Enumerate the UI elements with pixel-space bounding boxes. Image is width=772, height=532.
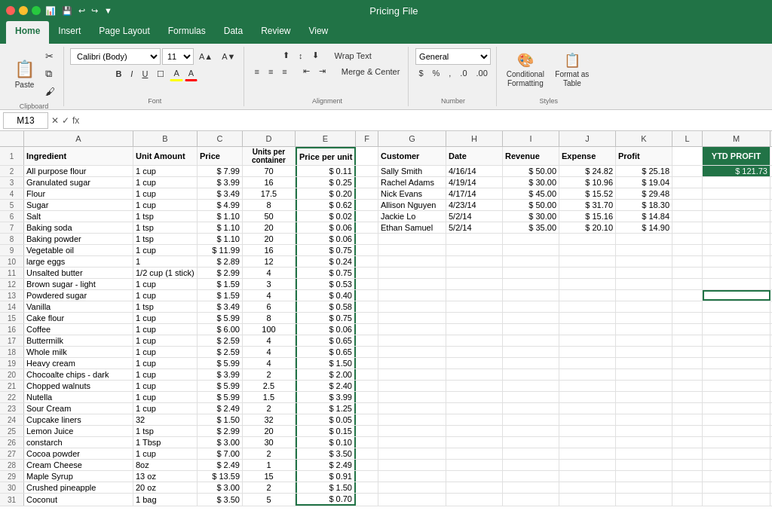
copy-button[interactable]: ⧉	[41, 66, 59, 82]
cell-e17[interactable]: $ 0.65	[296, 335, 356, 346]
cell-k1[interactable]: Profit	[616, 147, 672, 165]
cell-l16[interactable]	[672, 324, 703, 335]
cell-e2[interactable]: $ 0.11	[296, 166, 356, 176]
cell-j8[interactable]	[559, 234, 616, 244]
col-header-k[interactable]: K	[616, 131, 672, 146]
cell-l18[interactable]	[672, 347, 703, 357]
cell-d6[interactable]: 50	[243, 211, 296, 222]
cell-f10[interactable]	[356, 256, 378, 267]
cell-g27[interactable]	[378, 448, 446, 459]
cell-l14[interactable]	[672, 301, 703, 312]
decimal-increase-button[interactable]: .0	[456, 66, 470, 80]
cell-a19[interactable]: Heavy cream	[24, 358, 133, 368]
cell-b8[interactable]: 1 tsp	[133, 234, 198, 244]
cell-b1[interactable]: Unit Amount	[133, 147, 198, 165]
cell-k28[interactable]	[616, 460, 672, 470]
cut-button[interactable]: ✂	[41, 48, 59, 64]
font-size-select[interactable]: 11	[162, 48, 194, 65]
cell-c18[interactable]: $ 2.59	[198, 347, 243, 357]
cell-g13[interactable]	[378, 290, 446, 301]
cell-i17[interactable]	[503, 335, 559, 346]
cell-b26[interactable]: 1 Tbsp	[133, 437, 198, 448]
cell-m28[interactable]	[703, 460, 770, 470]
cell-m21[interactable]	[703, 381, 770, 391]
cell-g12[interactable]	[378, 279, 446, 289]
cell-h9[interactable]	[446, 245, 503, 255]
cell-g5[interactable]: Allison Nguyen	[378, 200, 446, 210]
cell-a4[interactable]: Flour	[24, 188, 133, 199]
cell-e24[interactable]: $ 0.05	[296, 414, 356, 425]
border-button[interactable]: ☐	[153, 67, 168, 81]
cell-c27[interactable]: $ 7.00	[198, 448, 243, 459]
cell-g4[interactable]: Nick Evans	[378, 188, 446, 199]
cell-f4[interactable]	[356, 188, 378, 199]
cell-b10[interactable]: 1	[133, 256, 198, 267]
cell-f22[interactable]	[356, 392, 378, 402]
cell-g20[interactable]	[378, 369, 446, 380]
cell-a17[interactable]: Buttermilk	[24, 335, 133, 346]
cell-c11[interactable]: $ 2.99	[198, 268, 243, 278]
cell-f6[interactable]	[356, 211, 378, 222]
cell-g14[interactable]	[378, 301, 446, 312]
cell-l11[interactable]	[672, 268, 703, 278]
cell-m2[interactable]: $ 121.73	[703, 166, 770, 176]
col-header-i[interactable]: I	[503, 131, 559, 146]
cell-l9[interactable]	[672, 245, 703, 255]
cell-d16[interactable]: 100	[243, 324, 296, 335]
cell-g17[interactable]	[378, 335, 446, 346]
cell-j10[interactable]	[559, 256, 616, 267]
cell-j1[interactable]: Expense	[559, 147, 616, 165]
indent-increase-button[interactable]: ⇥	[315, 64, 329, 78]
cell-e10[interactable]: $ 0.24	[296, 256, 356, 267]
cell-l1[interactable]	[672, 147, 703, 165]
cell-j12[interactable]	[559, 279, 616, 289]
col-header-g[interactable]: G	[378, 131, 446, 146]
cell-m26[interactable]	[703, 437, 770, 448]
cell-a11[interactable]: Unsalted butter	[24, 268, 133, 278]
cell-j9[interactable]	[559, 245, 616, 255]
cell-i3[interactable]: $ 30.00	[503, 177, 559, 188]
cell-j11[interactable]	[559, 268, 616, 278]
cell-i30[interactable]	[503, 482, 559, 493]
format-as-table-button[interactable]: 📋 Format as Table	[550, 48, 595, 92]
cell-m23[interactable]	[703, 403, 770, 414]
undo-icon[interactable]: ↩	[78, 6, 85, 16]
cell-f21[interactable]	[356, 381, 378, 391]
cell-b6[interactable]: 1 tsp	[133, 211, 198, 222]
cell-k19[interactable]	[616, 358, 672, 368]
cell-i15[interactable]	[503, 313, 559, 323]
cell-a27[interactable]: Cocoa powder	[24, 448, 133, 459]
cell-h28[interactable]	[446, 460, 503, 470]
cell-g22[interactable]	[378, 392, 446, 402]
cell-i11[interactable]	[503, 268, 559, 278]
cell-c29[interactable]: $ 13.59	[198, 471, 243, 482]
cell-j17[interactable]	[559, 335, 616, 346]
cell-e16[interactable]: $ 0.06	[296, 324, 356, 335]
cell-f11[interactable]	[356, 268, 378, 278]
cell-d17[interactable]: 4	[243, 335, 296, 346]
cell-a15[interactable]: Cake flour	[24, 313, 133, 323]
cell-c19[interactable]: $ 5.99	[198, 358, 243, 368]
cell-h30[interactable]	[446, 482, 503, 493]
cell-i28[interactable]	[503, 460, 559, 470]
cell-j21[interactable]	[559, 381, 616, 391]
cell-c30[interactable]: $ 3.00	[198, 482, 243, 493]
cell-e15[interactable]: $ 0.75	[296, 313, 356, 323]
cell-b9[interactable]: 1 cup	[133, 245, 198, 255]
cell-a23[interactable]: Sour Cream	[24, 403, 133, 414]
cell-l26[interactable]	[672, 437, 703, 448]
cell-k11[interactable]	[616, 268, 672, 278]
cell-f7[interactable]	[356, 222, 378, 233]
decimal-decrease-button[interactable]: .00	[473, 66, 492, 80]
cell-c4[interactable]: $ 3.49	[198, 188, 243, 199]
cell-j30[interactable]	[559, 482, 616, 493]
confirm-icon[interactable]: ✓	[62, 115, 69, 126]
cell-m13[interactable]	[703, 290, 770, 301]
cell-h3[interactable]: 4/19/14	[446, 177, 503, 188]
cell-k8[interactable]	[616, 234, 672, 244]
cell-k3[interactable]: $ 19.04	[616, 177, 672, 188]
cell-g7[interactable]: Ethan Samuel	[378, 222, 446, 233]
cell-m30[interactable]	[703, 482, 770, 493]
cell-h10[interactable]	[446, 256, 503, 267]
cell-e12[interactable]: $ 0.53	[296, 279, 356, 289]
